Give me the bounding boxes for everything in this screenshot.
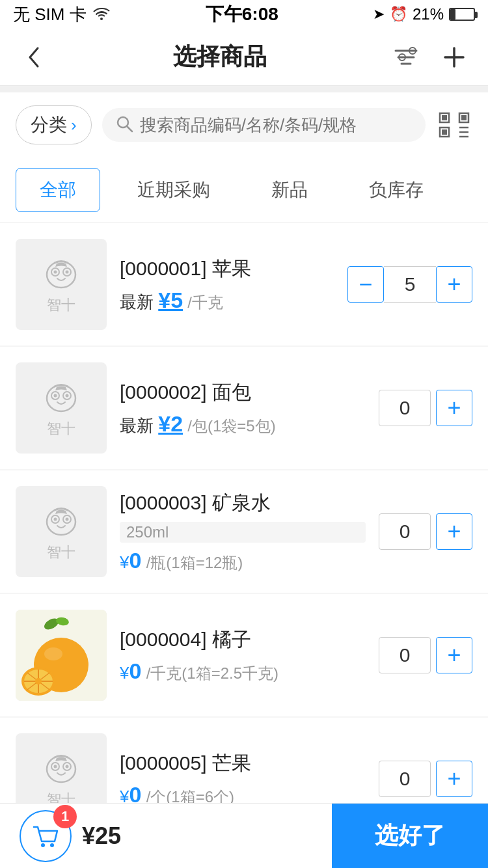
quantity-control: − + (347, 266, 472, 303)
add-icon[interactable] (440, 43, 468, 72)
product-name: [0000003] 矿泉水 (120, 490, 366, 517)
owl-logo: 智十 (38, 748, 84, 809)
svg-point-61 (50, 843, 54, 847)
alarm-icon: ⏰ (390, 6, 407, 23)
price-unit: /瓶(1箱=12瓶) (146, 554, 243, 571)
status-right: ➤ ⏰ 21% (373, 5, 475, 23)
svg-point-49 (66, 765, 69, 768)
product-info: [0000004] 橘子 ¥0 /千克(1箱=2.5千克) (120, 627, 366, 684)
logo-text: 智十 (47, 419, 75, 439)
product-thumbnail: 智十 (16, 486, 107, 577)
logo-text: 智十 (47, 295, 75, 315)
table-row: 智十 [0000002] 面包 最新 ¥2 /包(1袋=5包) + (0, 347, 488, 469)
location-icon: ➤ (373, 6, 385, 23)
quantity-plus-button[interactable]: + (436, 637, 472, 673)
svg-rect-12 (461, 115, 467, 120)
table-row: 智十 [0000003] 矿泉水 250ml ¥0 /瓶(1箱=12瓶) + (0, 470, 488, 593)
search-input[interactable] (140, 115, 413, 135)
product-price: ¥0 /千克(1箱=2.5千克) (120, 658, 366, 684)
svg-point-37 (44, 647, 62, 660)
product-info: [0000005] 芒果 ¥0 /个(1箱=6个) (120, 750, 366, 807)
product-price: 最新 ¥5 /千克 (120, 288, 334, 314)
cart-total: ¥25 (82, 822, 121, 850)
svg-rect-14 (442, 129, 447, 135)
product-info: [0000003] 矿泉水 250ml ¥0 /瓶(1箱=12瓶) (120, 490, 366, 573)
quantity-control: + (379, 637, 472, 673)
quantity-control: + (379, 513, 472, 550)
chevron-icon: › (71, 115, 77, 135)
quantity-input[interactable] (384, 266, 436, 303)
quantity-plus-button[interactable]: + (436, 761, 472, 797)
price-value: ¥5 (158, 288, 183, 312)
owl-logo: 智十 (38, 254, 84, 315)
tab-negative[interactable]: 负库存 (345, 168, 448, 212)
product-list: 智十 [0000001] 苹果 最新 ¥5 /千克 − + (0, 223, 488, 868)
search-box (102, 108, 426, 142)
tab-new[interactable]: 新品 (247, 168, 332, 212)
svg-point-27 (66, 394, 69, 398)
svg-point-22 (66, 271, 69, 274)
product-name: [0000001] 苹果 (120, 256, 334, 282)
status-time: 下午6:08 (206, 2, 278, 27)
quantity-input[interactable] (379, 761, 431, 797)
quantity-minus-button[interactable]: − (347, 266, 384, 303)
price-prefix: 最新 (120, 416, 158, 435)
product-thumbnail: 智十 (16, 362, 107, 454)
quantity-plus-button[interactable]: + (436, 513, 472, 550)
svg-point-31 (54, 518, 57, 521)
price-yen: ¥ (120, 552, 129, 572)
cart-area: 1 ¥25 (0, 810, 332, 862)
cart-button[interactable]: 1 (20, 810, 72, 862)
quantity-control: + (379, 390, 472, 426)
quantity-input[interactable] (379, 513, 431, 550)
svg-line-8 (127, 126, 132, 131)
svg-point-48 (54, 765, 57, 768)
product-name: [0000004] 橘子 (120, 627, 366, 653)
owl-logo: 智十 (38, 501, 84, 562)
svg-point-32 (66, 518, 69, 521)
product-price: ¥0 /瓶(1箱=12瓶) (120, 548, 366, 573)
product-price: 最新 ¥2 /包(1袋=5包) (120, 411, 366, 437)
category-button[interactable]: 分类 › (16, 105, 92, 144)
bottom-bar: 1 ¥25 选好了 (0, 803, 488, 868)
status-bar: 无 SIM 卡 下午6:08 ➤ ⏰ 21% (0, 0, 488, 29)
quantity-input[interactable] (379, 637, 431, 673)
product-name: [0000002] 面包 (120, 379, 366, 406)
quantity-control: + (379, 761, 472, 797)
tab-all[interactable]: 全部 (16, 168, 100, 212)
table-row: [0000004] 橘子 ¥0 /千克(1箱=2.5千克) + (0, 594, 488, 716)
svg-point-26 (54, 394, 57, 398)
product-info: [0000001] 苹果 最新 ¥5 /千克 (120, 256, 334, 314)
svg-point-21 (54, 271, 57, 274)
wifi-icon (92, 5, 111, 25)
back-button[interactable] (20, 43, 48, 72)
product-thumbnail: 智十 (16, 239, 107, 330)
scan-button[interactable] (436, 111, 472, 139)
product-name: [0000005] 芒果 (120, 750, 366, 777)
carrier-text: 无 SIM 卡 (13, 3, 87, 26)
price-value: ¥2 (158, 411, 183, 436)
nav-bar: 选择商品 (0, 29, 488, 86)
cart-badge: 1 (53, 805, 77, 828)
price-unit: /包(1袋=5包) (187, 417, 275, 435)
search-icon (115, 115, 133, 135)
quantity-input[interactable] (379, 390, 431, 426)
category-label: 分类 (31, 113, 67, 137)
table-row: 智十 [0000001] 苹果 最新 ¥5 /千克 − + (0, 223, 488, 346)
quantity-plus-button[interactable]: + (436, 390, 472, 426)
filter-bar: 分类 › (0, 92, 488, 157)
battery-text: 21% (413, 5, 444, 23)
price-value: 0 (129, 548, 141, 573)
battery-icon (449, 8, 475, 21)
filter-icon[interactable] (392, 43, 420, 72)
owl-logo: 智十 (38, 377, 84, 439)
price-unit: /千克 (187, 293, 223, 311)
product-thumbnail (16, 610, 107, 701)
product-info: [0000002] 面包 最新 ¥2 /包(1袋=5包) (120, 379, 366, 437)
quantity-plus-button[interactable]: + (436, 266, 472, 303)
tab-bar: 全部 近期采购 新品 负库存 (0, 157, 488, 223)
svg-rect-10 (442, 115, 447, 120)
svg-point-44 (35, 678, 42, 685)
tab-recent[interactable]: 近期采购 (113, 168, 234, 212)
confirm-button[interactable]: 选好了 (332, 804, 488, 869)
